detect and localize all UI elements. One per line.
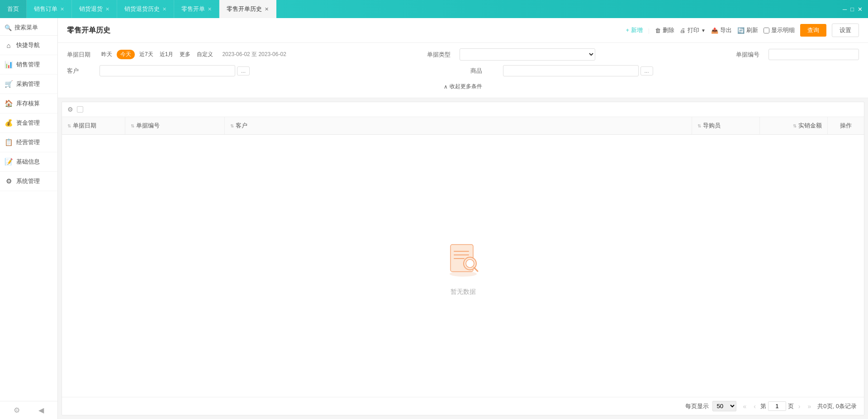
doc-type-select[interactable] — [460, 48, 595, 61]
tab-sales-order[interactable]: 销售订单 ✕ — [27, 0, 72, 18]
collapse-up-icon: ∧ — [444, 84, 448, 90]
page-input[interactable] — [768, 401, 786, 411]
tab-sales-order-close[interactable]: ✕ — [60, 6, 64, 12]
display-detail-label: 显示明细 — [771, 26, 795, 34]
select-all-checkbox[interactable] — [77, 106, 83, 113]
svg-point-7 — [466, 259, 474, 268]
total-text: 共0页, 0条记录 — [817, 402, 857, 410]
per-page-label: 每页显示 — [685, 402, 709, 410]
settings-button[interactable]: 设置 — [832, 24, 859, 37]
sort-amount-icon[interactable]: ⇅ — [793, 123, 797, 128]
product-ellipsis-btn[interactable]: ... — [640, 66, 653, 75]
sidebar-item-operations[interactable]: 📋 经营管理 — [0, 133, 57, 152]
customer-input-wrapper: ... — [100, 65, 250, 76]
delete-button[interactable]: 🗑 删除 — [655, 26, 674, 34]
tab-sales-return-history-close[interactable]: ✕ — [162, 6, 166, 12]
query-button[interactable]: 查询 — [800, 24, 826, 37]
basic-info-icon: 📝 — [5, 158, 13, 166]
date-yesterday[interactable]: 昨天 — [100, 50, 114, 59]
collapse-btn[interactable]: ∧ 收起更多条件 — [444, 81, 482, 92]
per-page-select[interactable]: 50 10 20 100 — [712, 401, 736, 411]
sidebar: 🔍 搜索菜单 ⌂ 快捷导航 📊 销售管理 🛒 采购管理 🏠 库存核算 💰 资金管… — [0, 18, 58, 419]
table-settings-icon[interactable]: ⚙ — [67, 106, 73, 113]
add-button[interactable]: + 新增 — [626, 26, 642, 34]
display-detail-toggle[interactable]: 显示明细 — [764, 26, 795, 34]
sidebar-item-system[interactable]: ⚙ 系统管理 — [0, 172, 57, 191]
purchase-mgmt-icon: 🛒 — [5, 80, 13, 88]
next-page-btn[interactable]: › — [796, 402, 803, 411]
print-label: 打印 — [688, 26, 699, 34]
table-header: ⇅ 单据日期 ⇅ 单据编号 ⇅ 客户 ⇅ 导购员 ⇅ 实销金额 — [62, 117, 864, 135]
sidebar-item-purchase-mgmt[interactable]: 🛒 采购管理 — [0, 75, 57, 94]
table-area: ⚙ ⇅ 单据日期 ⇅ 单据编号 ⇅ 客户 ⇅ 导购员 — [62, 102, 864, 415]
display-detail-checkbox-input[interactable] — [764, 28, 769, 33]
tab-retail-open-close[interactable]: ✕ — [208, 6, 212, 12]
sidebar-item-inventory[interactable]: 🏠 库存核算 — [0, 94, 57, 113]
collapse-label: 收起更多条件 — [450, 83, 482, 90]
print-icon: 🖨 — [680, 27, 686, 34]
customer-input[interactable] — [100, 65, 235, 76]
th-customer-label: 客户 — [236, 122, 247, 130]
sidebar-item-basic-info[interactable]: 📝 基础信息 — [0, 152, 57, 172]
collapse-row: ∧ 收起更多条件 — [67, 81, 859, 92]
tab-retail-open-history[interactable]: 零售开单历史 ✕ — [219, 0, 276, 18]
export-button[interactable]: 📤 导出 — [711, 26, 732, 34]
sidebar-search[interactable]: 🔍 搜索菜单 — [0, 18, 57, 36]
date-custom[interactable]: 自定义 — [195, 50, 215, 59]
window-close-btn[interactable]: ✕ — [858, 6, 863, 13]
tab-sales-return-history[interactable]: 销货退货历史 ✕ — [117, 0, 174, 18]
sort-salesperson-icon[interactable]: ⇅ — [697, 123, 701, 128]
sidebar-item-system-label: 系统管理 — [16, 177, 40, 185]
tab-retail-open-history-close[interactable]: ✕ — [265, 6, 269, 12]
delete-label: 删除 — [663, 26, 674, 34]
th-customer: ⇅ 客户 — [225, 117, 692, 134]
product-input[interactable] — [503, 65, 639, 76]
sort-customer-icon[interactable]: ⇅ — [230, 123, 234, 128]
refresh-button[interactable]: 🔄 刷新 — [737, 26, 758, 34]
first-page-btn[interactable]: « — [740, 402, 749, 411]
tab-sales-return-history-label: 销货退货历史 — [124, 5, 160, 13]
empty-icon — [441, 235, 486, 281]
prev-page-btn[interactable]: ‹ — [751, 402, 759, 411]
sidebar-item-operations-label: 经营管理 — [16, 138, 40, 146]
doc-no-input[interactable] — [768, 49, 859, 60]
sidebar-item-basic-info-label: 基础信息 — [16, 158, 40, 166]
tab-sales-return-close[interactable]: ✕ — [105, 6, 109, 12]
date-more[interactable]: 更多 — [178, 50, 192, 59]
th-actions-label: 操作 — [840, 122, 852, 130]
print-button[interactable]: 🖨 打印 ▼ — [680, 26, 706, 34]
tab-sales-return[interactable]: 销货退货 ✕ — [72, 0, 117, 18]
sidebar-item-quick-nav-label: 快捷导航 — [16, 41, 40, 49]
date-today[interactable]: 今天 — [117, 50, 135, 59]
sidebar-settings-btn[interactable]: ⚙ — [14, 406, 20, 414]
sort-no-icon[interactable]: ⇅ — [131, 123, 134, 128]
doc-type-label: 单据类型 — [427, 51, 452, 59]
th-amount: ⇅ 实销金额 — [760, 117, 828, 134]
sidebar-collapse-btn[interactable]: ◀ — [38, 406, 44, 414]
tab-retail-open[interactable]: 零售开单 ✕ — [174, 0, 219, 18]
th-no-label: 单据编号 — [136, 122, 160, 130]
svg-point-0 — [450, 271, 477, 277]
customer-ellipsis-btn[interactable]: ... — [237, 66, 250, 75]
sidebar-item-finance[interactable]: 💰 资金管理 — [0, 113, 57, 133]
window-min-btn[interactable]: ─ — [843, 6, 847, 13]
pagination: 每页显示 50 10 20 100 « ‹ 第 页 › » 共0页, 0条记录 — [62, 397, 864, 415]
sort-date-icon[interactable]: ⇅ — [67, 123, 71, 128]
filter-row-1: 单据日期 昨天 今天 近7天 近1月 更多 自定义 2023-06-02 至 2… — [67, 48, 859, 61]
th-no: ⇅ 单据编号 — [125, 117, 225, 134]
sidebar-item-quick-nav[interactable]: ⌂ 快捷导航 — [0, 36, 57, 55]
page-nav: « ‹ 第 页 › » — [740, 401, 814, 411]
th-salesperson-label: 导购员 — [703, 122, 721, 130]
tab-home[interactable]: 首页 — [0, 0, 27, 18]
date-last7[interactable]: 近7天 — [138, 50, 155, 59]
last-page-btn[interactable]: » — [805, 402, 814, 411]
sidebar-item-sales-mgmt[interactable]: 📊 销售管理 — [0, 55, 57, 75]
page-label: 第 — [760, 402, 766, 410]
product-label: 商品 — [470, 67, 496, 75]
date-options: 昨天 今天 近7天 近1月 更多 自定义 — [100, 50, 215, 59]
th-date: ⇅ 单据日期 — [62, 117, 125, 134]
date-label: 单据日期 — [67, 51, 92, 59]
window-max-btn[interactable]: □ — [850, 6, 854, 13]
date-last-month[interactable]: 近1月 — [158, 50, 175, 59]
quick-nav-icon: ⌂ — [5, 41, 13, 49]
